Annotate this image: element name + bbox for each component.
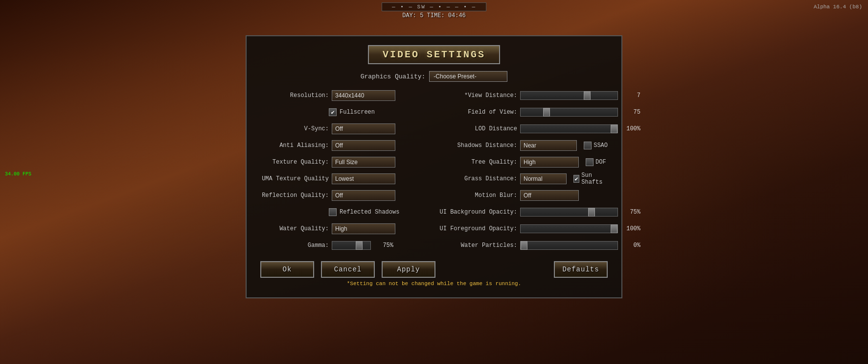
ui-fg-slider[interactable] — [520, 224, 618, 233]
reflection-label: Reflection Quality: — [260, 192, 329, 199]
video-settings-dialog: VIDEO SETTINGS Graphics Quality: -Choose… — [246, 35, 622, 298]
fov-slider[interactable] — [520, 108, 618, 117]
ui-fg-slider-container: 100% — [520, 224, 640, 233]
reflection-row: Reflection Quality: Off — [260, 189, 429, 202]
ui-bg-slider[interactable] — [520, 208, 618, 217]
cancel-button[interactable]: Cancel — [321, 261, 375, 278]
shadows-label: Shadows Distance: — [439, 142, 517, 149]
right-column: *View Distance: 7 Field of View: 75 LOD … — [439, 89, 608, 252]
aa-label: Anti Aliasing: — [260, 142, 329, 149]
aa-select[interactable]: Off — [332, 140, 395, 151]
lod-row: LOD Distance 100% — [439, 122, 608, 136]
texture-label: Texture Quality: — [260, 159, 329, 166]
vsync-row: V-Sync: Off — [260, 122, 429, 136]
hud-top: — • — SW — • — — • — DAY: 5 TIME: 04:46 — [382, 2, 486, 19]
gamma-slider[interactable] — [332, 241, 371, 250]
uma-select[interactable]: Lowest — [332, 173, 395, 184]
water-particles-label: Water Particles: — [439, 242, 517, 249]
ssao-label: SSAO — [594, 142, 608, 149]
dialog-title-area: VIDEO SETTINGS — [260, 45, 608, 64]
ui-bg-slider-container: 75% — [520, 208, 640, 217]
ui-fg-value: 100% — [621, 225, 640, 232]
grass-label: Grass Distance: — [439, 175, 517, 182]
fullscreen-label: Fullscreen — [340, 109, 375, 116]
reflected-shadows-row: Reflected Shadows — [260, 205, 429, 219]
ui-bg-label: UI Background Opacity: — [439, 209, 517, 216]
ui-bg-value: 75% — [621, 209, 640, 216]
warning-text: *Setting can not be changed while the ga… — [260, 281, 608, 287]
shadows-row: Shadows Distance: Near SSAO — [439, 139, 608, 152]
texture-select[interactable]: Full Size — [332, 157, 395, 168]
left-column: Resolution: 3440x1440 ✔ Fullscreen V-Syn… — [260, 89, 429, 252]
view-distance-row: *View Distance: 7 — [439, 89, 608, 102]
shadows-select[interactable]: Near — [520, 140, 577, 151]
day-time: DAY: 5 TIME: 04:46 — [402, 12, 466, 19]
defaults-button[interactable]: Defaults — [554, 261, 608, 278]
fov-row: Field of View: 75 — [439, 105, 608, 119]
preset-label: Graphics Quality: — [361, 73, 426, 80]
view-distance-label: *View Distance: — [439, 92, 517, 99]
sun-shafts-label: Sun Shafts — [581, 172, 608, 186]
preset-row: Graphics Quality: -Choose Preset- — [260, 71, 608, 82]
fps-display: 34.00 FPS — [5, 171, 31, 177]
gamma-label: Gamma: — [260, 242, 329, 249]
reflected-shadows-checkbox[interactable] — [329, 208, 337, 216]
view-distance-slider[interactable] — [520, 91, 618, 100]
version-text: Alpha 16.4 (b8) — [814, 4, 862, 10]
reflection-select[interactable]: Off — [332, 190, 395, 201]
compass-bar: — • — SW — • — — • — — [382, 2, 486, 11]
motion-select[interactable]: Off — [520, 190, 579, 201]
water-particles-slider-container: 0% — [520, 241, 640, 250]
water-quality-select[interactable]: High — [332, 223, 395, 234]
ok-button[interactable]: Ok — [260, 261, 314, 278]
water-particles-slider[interactable] — [520, 241, 618, 250]
view-distance-slider-container: 7 — [520, 91, 640, 100]
fullscreen-checkbox[interactable]: ✔ — [329, 108, 337, 116]
motion-row: Motion Blur: Off — [439, 189, 608, 202]
apply-button[interactable]: Apply — [382, 261, 435, 278]
gamma-value: 75% — [374, 242, 393, 249]
motion-label: Motion Blur: — [439, 192, 517, 199]
ssao-checkbox[interactable] — [584, 142, 592, 149]
vsync-select[interactable]: Off — [332, 123, 395, 134]
ui-fg-label: UI Foreground Opacity: — [439, 225, 517, 232]
ui-fg-row: UI Foreground Opacity: 100% — [439, 222, 608, 236]
grass-select[interactable]: Normal — [520, 173, 567, 184]
lod-slider[interactable] — [520, 124, 618, 133]
tree-select[interactable]: High — [520, 157, 579, 168]
lod-label: LOD Distance — [439, 125, 517, 132]
fullscreen-row: ✔ Fullscreen — [260, 105, 429, 119]
reflected-shadows-label: Reflected Shadows — [340, 209, 399, 216]
water-particles-row: Water Particles: 0% — [439, 239, 608, 252]
ui-bg-row: UI Background Opacity: 75% — [439, 205, 608, 219]
buttons-row: Ok Cancel Apply Defaults — [260, 261, 608, 278]
lod-value: 100% — [621, 125, 640, 132]
view-distance-value: 7 — [621, 92, 640, 99]
sun-shafts-checkbox[interactable]: ✔ — [573, 175, 579, 183]
gamma-slider-container: 75% — [332, 241, 429, 250]
settings-grid: Resolution: 3440x1440 ✔ Fullscreen V-Syn… — [260, 89, 608, 252]
fov-label: Field of View: — [439, 109, 517, 116]
water-quality-label: Water Quality: — [260, 225, 329, 232]
water-particles-value: 0% — [621, 242, 640, 249]
uma-row: UMA Texture Quality Lowest — [260, 172, 429, 186]
resolution-row: Resolution: 3440x1440 — [260, 89, 429, 102]
fov-slider-container: 75 — [520, 108, 640, 117]
tree-row: Tree Quality: High DOF — [439, 155, 608, 169]
resolution-label: Resolution: — [260, 92, 329, 99]
fov-value: 75 — [621, 109, 640, 116]
dialog-title: VIDEO SETTINGS — [368, 45, 500, 64]
grass-row: Grass Distance: Normal ✔ Sun Shafts — [439, 172, 608, 186]
dof-label: DOF — [595, 159, 606, 166]
vsync-label: V-Sync: — [260, 125, 329, 132]
resolution-select[interactable]: 3440x1440 — [332, 90, 395, 101]
graphics-quality-select[interactable]: -Choose Preset- — [429, 71, 507, 82]
dof-checkbox[interactable] — [586, 158, 594, 166]
uma-label: UMA Texture Quality — [260, 175, 329, 182]
aa-row: Anti Aliasing: Off — [260, 139, 429, 152]
lod-slider-container: 100% — [520, 124, 640, 133]
tree-label: Tree Quality: — [439, 159, 517, 166]
water-quality-row: Water Quality: High — [260, 222, 429, 236]
gamma-row: Gamma: 75% — [260, 239, 429, 252]
texture-row: Texture Quality: Full Size — [260, 155, 429, 169]
